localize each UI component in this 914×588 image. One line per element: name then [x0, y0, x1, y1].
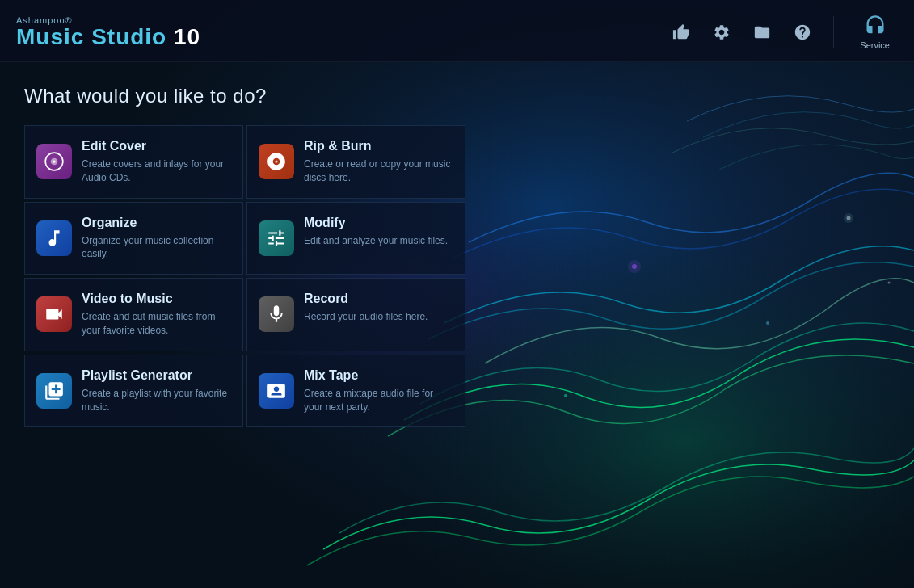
mix-tape-icon — [259, 373, 294, 409]
record-desc: Record your audio files here. — [304, 310, 452, 324]
tile-playlist-generator[interactable]: Playlist Generator Create a playlist wit… — [24, 355, 243, 428]
app-title: Music Studio 10 — [16, 25, 200, 50]
playlist-generator-title: Playlist Generator — [82, 368, 230, 383]
organize-desc: Organize your music collection easily. — [82, 234, 230, 262]
help-icon — [794, 23, 811, 41]
edit-cover-icon — [36, 144, 72, 179]
folder-button[interactable] — [749, 19, 775, 45]
tile-record[interactable]: Record Record your audio files here. — [246, 278, 465, 351]
tile-modify[interactable]: Modify Edit and analyze your music files… — [246, 202, 465, 275]
logo-area: Ashampoo® Music Studio 10 — [16, 15, 200, 50]
rip-burn-icon — [259, 144, 294, 179]
video-to-music-title: Video to Music — [82, 292, 230, 306]
tile-mix-tape[interactable]: Mix Tape Create a mixtape audio file for… — [246, 355, 465, 428]
rip-burn-desc: Create or read or copy your music discs … — [304, 158, 452, 185]
tile-video-to-music[interactable]: Video to Music Create and cut music file… — [24, 278, 243, 351]
divider — [833, 16, 834, 48]
topbar-icons: Service — [668, 10, 898, 55]
modify-title: Modify — [304, 216, 452, 230]
folder-icon — [753, 23, 771, 41]
tile-organize[interactable]: Organize Organize your music collection … — [24, 202, 243, 275]
settings-button[interactable] — [709, 19, 735, 45]
settings-icon — [713, 23, 731, 41]
page-title: What would you like to do? — [24, 85, 890, 107]
svg-point-14 — [53, 161, 55, 163]
modify-icon — [259, 220, 294, 256]
record-icon — [259, 296, 294, 332]
mix-tape-desc: Create a mixtape audio file for your nex… — [304, 387, 452, 414]
video-to-music-icon — [36, 296, 72, 332]
like-button[interactable] — [668, 19, 694, 45]
tile-edit-cover[interactable]: Edit Cover Create covers and inlays for … — [24, 125, 243, 199]
modify-desc: Edit and analyze your music files. — [304, 234, 452, 248]
organize-icon — [36, 220, 72, 256]
playlist-generator-icon — [36, 373, 72, 409]
tile-rip-burn[interactable]: Rip & Burn Create or read or copy your m… — [246, 125, 465, 199]
rip-burn-title: Rip & Burn — [304, 139, 452, 153]
service-button[interactable]: Service — [852, 10, 898, 55]
svg-point-15 — [275, 161, 277, 163]
tiles-grid: Edit Cover Create covers and inlays for … — [24, 125, 465, 427]
video-to-music-desc: Create and cut music files from your fav… — [82, 310, 230, 338]
like-icon — [672, 23, 690, 41]
topbar: Ashampoo® Music Studio 10 — [0, 0, 914, 62]
record-title: Record — [304, 292, 452, 306]
edit-cover-title: Edit Cover — [82, 139, 230, 153]
mix-tape-title: Mix Tape — [304, 368, 452, 383]
organize-title: Organize — [82, 216, 230, 230]
main-content: What would you like to do? Edit Cover Cr… — [0, 62, 914, 450]
service-icon — [864, 15, 887, 37]
playlist-generator-desc: Create a playlist with your favorite mus… — [82, 387, 230, 414]
help-button[interactable] — [790, 19, 815, 45]
edit-cover-desc: Create covers and inlays for your Audio … — [82, 158, 230, 185]
service-label: Service — [860, 40, 890, 50]
